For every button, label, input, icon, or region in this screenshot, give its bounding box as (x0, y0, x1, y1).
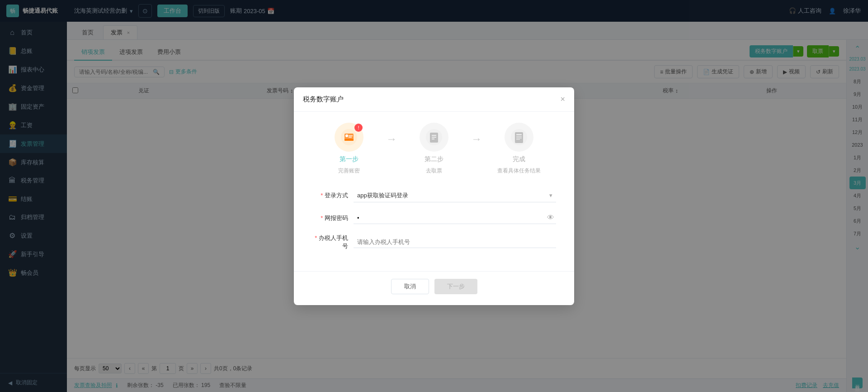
phone-label: * 办税人手机号 (312, 234, 348, 250)
svg-rect-13 (516, 134, 522, 135)
arrow-2: → (471, 123, 482, 145)
password-field: 👁 (354, 212, 556, 224)
cancel-button[interactable]: 取消 (391, 279, 429, 294)
dialog-header: 税务数字账户 × (294, 87, 574, 112)
step-3: 完成 查看具体任务结果 (482, 123, 556, 175)
modal-overlay[interactable]: 税务数字账户 × ! (0, 0, 868, 392)
dialog-title: 税务数字账户 (303, 95, 344, 104)
password-input[interactable] (354, 212, 547, 224)
dialog-footer: 取消 下一步 (294, 271, 574, 305)
step-3-label: 完成 (513, 155, 525, 163)
step-2-label: 第二步 (425, 155, 443, 163)
login-method-label: * 登录方式 (312, 191, 348, 200)
login-method-select[interactable]: app获取验证码登录 ▾ (354, 189, 556, 202)
steps: ! 第一步 完善账密 → (312, 123, 556, 175)
phone-row: * 办税人手机号 (312, 234, 556, 250)
password-row: * 网报密码 👁 (312, 212, 556, 224)
step-1-icon: ! (335, 123, 363, 152)
svg-rect-12 (515, 132, 523, 143)
step-2-sublabel: 去取票 (426, 167, 442, 175)
step-3-sublabel: 查看具体任务结果 (497, 167, 541, 175)
phone-input[interactable] (354, 236, 556, 248)
dialog-close-btn[interactable]: × (560, 95, 565, 104)
svg-rect-3 (344, 139, 354, 141)
step-3-icon (505, 123, 533, 152)
password-label: * 网报密码 (312, 214, 348, 222)
arrow-1: → (386, 123, 397, 145)
step-1-label: 第一步 (340, 155, 359, 163)
next-button[interactable]: 下一步 (434, 279, 477, 294)
svg-point-2 (345, 134, 348, 137)
step-2: 第二步 去取票 (397, 123, 471, 175)
step-2-icon (420, 123, 448, 152)
step-1-badge: ! (354, 124, 363, 132)
svg-rect-7 (430, 133, 438, 143)
dropdown-arrow-icon: ▾ (549, 192, 552, 199)
step-1-sublabel: 完善账密 (338, 167, 360, 175)
login-method-row: * 登录方式 app获取验证码登录 ▾ (312, 189, 556, 202)
eye-icon[interactable]: 👁 (547, 214, 556, 222)
dialog-body: ! 第一步 完善账密 → (294, 112, 574, 271)
login-method-value: app获取验证码登录 (357, 191, 408, 200)
tax-digital-dialog: 税务数字账户 × ! (294, 87, 574, 305)
step-1: ! 第一步 完善账密 (312, 123, 386, 175)
